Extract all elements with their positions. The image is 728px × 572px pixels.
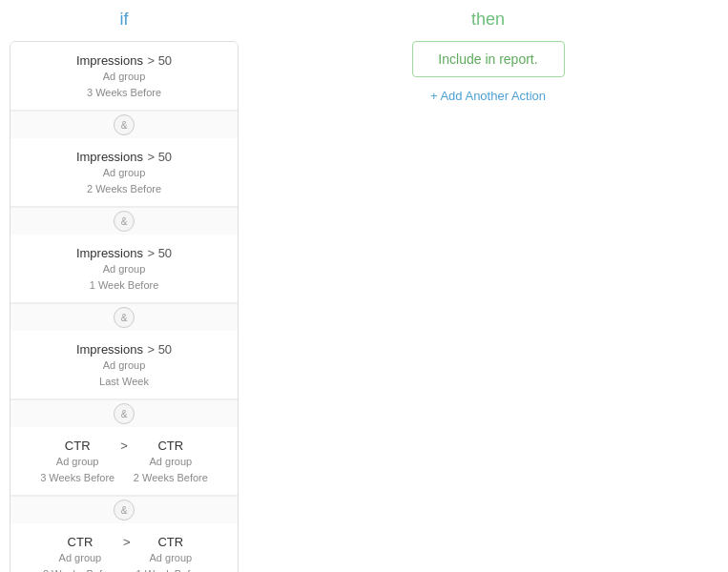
conditions-box: Impressions > 50 Ad group3 Weeks Before … <box>10 41 239 572</box>
sub-1: Ad group3 Weeks Before <box>24 69 224 100</box>
ctr-operator-6: > <box>123 533 131 549</box>
sub-3: Ad group1 Week Before <box>24 261 224 293</box>
metric-2: Impressions <box>76 150 143 164</box>
ctr-right-metric-6: CTR <box>157 535 183 549</box>
and-badge-1: & <box>10 111 238 138</box>
and-badge-2: & <box>10 207 238 235</box>
operator-1: > 50 <box>147 53 172 68</box>
and-circle-3: & <box>114 307 135 328</box>
and-circle-1: & <box>114 114 135 135</box>
condition-item-3[interactable]: Impressions > 50 Ad group1 Week Before <box>10 235 238 303</box>
and-badge-3: & <box>10 303 238 331</box>
condition-item-6[interactable]: CTR Ad group2 Weeks Before > CTR Ad grou… <box>10 523 238 572</box>
ctr-left-metric-6: CTR <box>68 535 94 549</box>
condition-item-1[interactable]: Impressions > 50 Ad group3 Weeks Before <box>10 42 238 111</box>
ctr-right-sub-6: Ad group1 Week Before <box>136 550 206 572</box>
ctr-left-sub-5: Ad group3 Weeks Before <box>40 454 114 485</box>
and-badge-4: & <box>10 399 238 427</box>
and-badge-5: & <box>10 496 238 523</box>
and-circle-2: & <box>114 211 135 232</box>
and-circle-4: & <box>114 403 135 424</box>
sub-4: Ad groupLast Week <box>24 358 224 389</box>
operator-3: > 50 <box>147 246 172 260</box>
condition-item-4[interactable]: Impressions > 50 Ad groupLast Week <box>10 331 238 399</box>
condition-item-2[interactable]: Impressions > 50 Ad group2 Weeks Before <box>10 138 238 207</box>
if-header: if <box>120 10 129 30</box>
metric-4: Impressions <box>76 342 143 357</box>
sub-2: Ad group2 Weeks Before <box>24 165 224 196</box>
then-action-box[interactable]: Include in report. <box>412 41 565 77</box>
metric-3: Impressions <box>76 246 143 260</box>
then-header: then <box>471 10 505 30</box>
ctr-left-sub-6: Ad group2 Weeks Before <box>43 550 117 572</box>
condition-item-5[interactable]: CTR Ad group3 Weeks Before > CTR Ad grou… <box>10 427 238 496</box>
ctr-right-sub-5: Ad group2 Weeks Before <box>134 454 208 485</box>
ctr-left-metric-5: CTR <box>65 439 91 453</box>
operator-4: > 50 <box>147 342 172 357</box>
ctr-operator-5: > <box>120 437 128 453</box>
add-action-link[interactable]: + Add Another Action <box>430 89 546 103</box>
ctr-right-metric-5: CTR <box>157 439 183 453</box>
metric-1: Impressions <box>76 53 143 68</box>
operator-2: > 50 <box>147 150 172 164</box>
and-circle-5: & <box>114 500 135 521</box>
